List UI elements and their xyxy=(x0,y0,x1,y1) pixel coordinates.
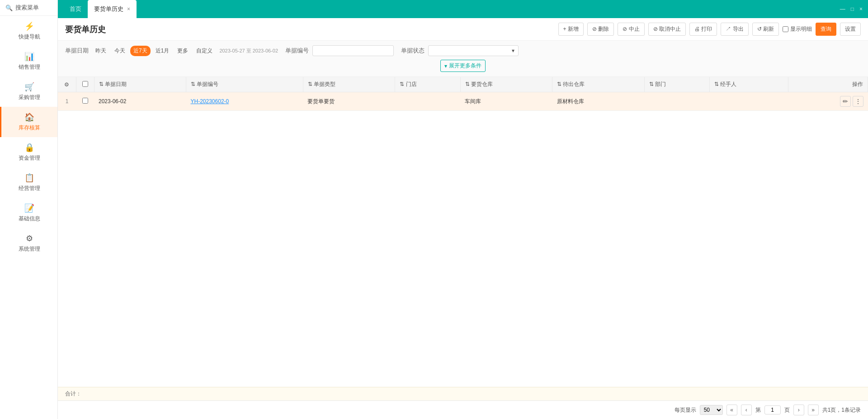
nav-icon-operation: 📋 xyxy=(24,173,34,183)
tab-home[interactable]: 首页 xyxy=(63,0,88,18)
date-range-btns: 昨天今天近7天近1月更多自定义 xyxy=(92,46,216,56)
date-range-text: 2023-05-27 至 2023-06-02 xyxy=(219,48,278,54)
doc-date-label: 单据日期 xyxy=(65,47,89,55)
tab-close-btn[interactable]: × xyxy=(127,6,130,12)
next-page-btn[interactable]: › xyxy=(793,405,804,415)
query-button[interactable]: 查询 xyxy=(816,23,836,36)
table-area: ⚙⇅ 单据日期⇅ 单据编号⇅ 单据类型⇅ 门店⇅ 要货仓库⇅ 待出仓库⇅ 部门⇅… xyxy=(58,77,868,387)
refresh-button[interactable]: ↺ 刷新 xyxy=(752,23,779,36)
sidebar-item-system[interactable]: ⚙ 系统管理 xyxy=(0,228,57,258)
doc-no-link[interactable]: YH-20230602-0 xyxy=(191,98,229,105)
expand-more-btn[interactable]: ▾ 展开更多条件 xyxy=(440,60,486,72)
nav-icon-system: ⚙ xyxy=(26,233,33,243)
topbar: 首页要货单历史× — □ × xyxy=(58,0,868,18)
date-btn-昨天[interactable]: 昨天 xyxy=(92,46,109,56)
page-title: 要货单历史 xyxy=(65,24,555,35)
sidebar-item-inventory[interactable]: 🏠 库存核算 xyxy=(0,107,57,137)
sidebar-item-operation[interactable]: 📋 经营管理 xyxy=(0,167,57,198)
sidebar-item-sales[interactable]: 📊 销售管理 xyxy=(0,46,57,76)
page-number-input[interactable] xyxy=(764,405,781,414)
first-page-btn[interactable]: « xyxy=(726,405,737,415)
date-btn-今天[interactable]: 今天 xyxy=(111,46,128,56)
row-select-checkbox[interactable] xyxy=(82,98,88,104)
doc-status-select[interactable]: ▾ xyxy=(428,45,519,56)
main-area: 首页要货单历史× — □ × 要货单历史 + 新增 ⊘ 删除 ⊘ 中止 ⊘ 取消… xyxy=(58,0,868,419)
sidebar-item-finance[interactable]: 🔒 资金管理 xyxy=(0,137,57,167)
select-all-checkbox[interactable] xyxy=(82,81,88,87)
col-header-doc_date[interactable]: ⇅ 单据日期 xyxy=(94,77,186,92)
sidebar-item-label: 采购管理 xyxy=(19,94,40,101)
sidebar-item-label: 系统管理 xyxy=(19,245,40,253)
cancel-stop-button[interactable]: ⊘ 取消中止 xyxy=(648,23,686,36)
expand-label: 展开更多条件 xyxy=(449,62,481,70)
nav-icon-purchase: 🛒 xyxy=(24,82,34,92)
sidebar-item-basic[interactable]: 📝 基础信息 xyxy=(0,198,57,228)
sidebar-search[interactable]: 🔍 搜索菜单 xyxy=(0,0,57,16)
sidebar-item-quick-nav[interactable]: ⚡ 快捷导航 xyxy=(0,16,57,46)
new-button[interactable]: + 新增 xyxy=(558,23,584,36)
topbar-right: — □ × xyxy=(840,6,863,12)
sidebar-item-label: 资金管理 xyxy=(19,154,40,162)
date-btn-更多[interactable]: 更多 xyxy=(174,46,191,56)
row-doc-no[interactable]: YH-20230602-0 xyxy=(186,92,303,111)
filter-row-2: ▾ 展开更多条件 xyxy=(65,60,861,72)
print-button[interactable]: 🖨 打印 xyxy=(689,23,717,36)
col-header-doc_type[interactable]: ⇅ 单据类型 xyxy=(303,77,395,92)
display-detail-checkbox[interactable] xyxy=(783,26,788,32)
col-header-handler[interactable]: ⇅ 经手人 xyxy=(709,77,788,92)
col-header-store[interactable]: ⇅ 门店 xyxy=(395,77,460,92)
date-btn-近7天[interactable]: 近7天 xyxy=(130,46,151,56)
col-header-doc_no[interactable]: ⇅ 单据编号 xyxy=(186,77,303,92)
table-row: 1 2023-06-02 YH-20230602-0 要货单要货 车间库 原材料… xyxy=(58,92,868,111)
topbar-maximize-btn[interactable]: □ xyxy=(851,6,854,12)
settings-button[interactable]: 设置 xyxy=(840,23,861,36)
settings-col-icon[interactable]: ⚙ xyxy=(64,81,69,88)
filter-row-1: 单据日期 昨天今天近7天近1月更多自定义 2023-05-27 至 2023-0… xyxy=(65,45,861,56)
topbar-minimize-btn[interactable]: — xyxy=(840,6,845,12)
search-icon: 🔍 xyxy=(5,5,13,11)
sidebar: 🔍 搜索菜单 ⚡ 快捷导航📊 销售管理🛒 采购管理🏠 库存核算🔒 资金管理📋 经… xyxy=(0,0,58,419)
row-checkbox[interactable] xyxy=(76,92,94,111)
doc-no-input[interactable] xyxy=(312,45,394,56)
page-label: 第 xyxy=(755,406,761,414)
page-header: 要货单历史 + 新增 ⊘ 删除 ⊘ 中止 ⊘ 取消中止 🖨 打印 ↗ 导出 ↺ … xyxy=(58,18,868,41)
topbar-close-btn[interactable]: × xyxy=(859,6,863,12)
last-page-btn[interactable]: » xyxy=(808,405,819,415)
export-button[interactable]: ↗ 导出 xyxy=(721,23,748,36)
date-btn-自定义[interactable]: 自定义 xyxy=(193,46,216,56)
col-header-checkbox xyxy=(76,77,94,92)
col-header-pending_warehouse[interactable]: ⇅ 待出仓库 xyxy=(552,77,645,92)
filter-area: 单据日期 昨天今天近7天近1月更多自定义 2023-05-27 至 2023-0… xyxy=(58,41,868,77)
per-page-label: 每页显示 xyxy=(675,406,696,414)
row-handler xyxy=(709,92,788,111)
chevron-down-icon: ▾ xyxy=(444,63,447,69)
tab-requisition-history[interactable]: 要货单历史× xyxy=(88,0,137,18)
row-operations: ✏ ⋮ xyxy=(788,92,868,111)
display-detail-checkbox-label[interactable]: 显示明细 xyxy=(783,25,812,33)
tab-label: 要货单历史 xyxy=(94,5,123,13)
sidebar-item-label: 快捷导航 xyxy=(19,33,40,41)
page-suffix: 页 xyxy=(784,406,790,414)
stop-button[interactable]: ⊘ 中止 xyxy=(618,23,644,36)
nav-icon-quick-nav: ⚡ xyxy=(24,21,34,31)
col-header-req_warehouse[interactable]: ⇅ 要货仓库 xyxy=(460,77,552,92)
total-info: 共1页，1条记录 xyxy=(822,406,861,414)
col-header-operation: 操作 xyxy=(788,77,868,92)
prev-page-btn[interactable]: ‹ xyxy=(741,405,752,415)
row-more-btn[interactable]: ⋮ xyxy=(853,96,863,107)
row-edit-btn[interactable]: ✏ xyxy=(840,96,851,107)
sidebar-search-label: 搜索菜单 xyxy=(15,4,39,12)
doc-no-filter-group: 单据编号 xyxy=(285,45,394,56)
sidebar-item-purchase[interactable]: 🛒 采购管理 xyxy=(0,76,57,107)
sidebar-item-label: 库存核算 xyxy=(19,124,40,132)
doc-status-filter-group: 单据状态 ▾ xyxy=(401,45,519,56)
col-header-department[interactable]: ⇅ 部门 xyxy=(644,77,709,92)
nav-icon-sales: 📊 xyxy=(24,52,34,62)
row-store xyxy=(395,92,460,111)
per-page-select[interactable]: 102050100 xyxy=(700,405,723,415)
nav-icon-finance: 🔒 xyxy=(24,143,34,152)
doc-no-label: 单据编号 xyxy=(285,47,309,55)
delete-button[interactable]: ⊘ 删除 xyxy=(587,23,614,36)
row-doc-date: 2023-06-02 xyxy=(94,92,186,111)
date-btn-近1月[interactable]: 近1月 xyxy=(152,46,173,56)
